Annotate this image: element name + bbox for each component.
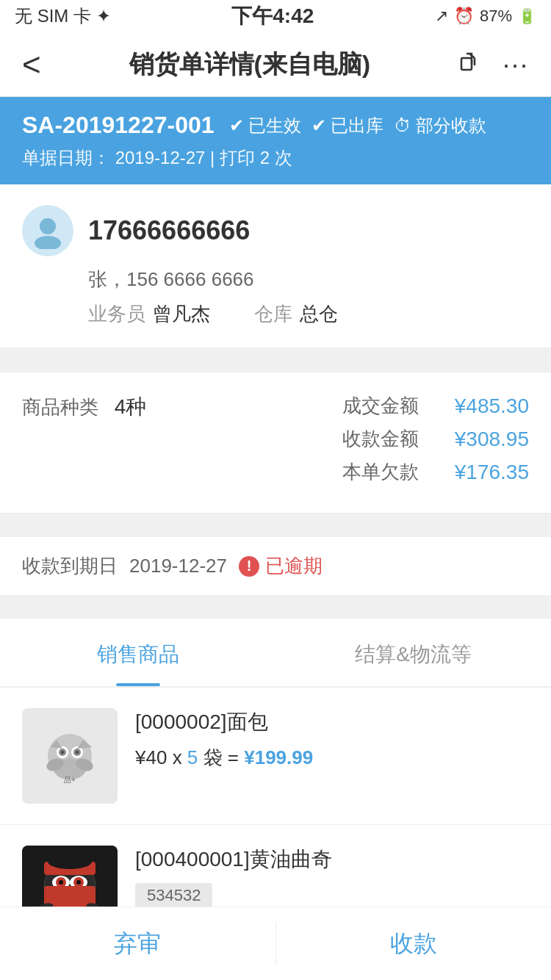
- svg-point-10: [76, 751, 79, 754]
- received-value: ¥308.95: [433, 428, 529, 451]
- svg-point-28: [48, 854, 92, 869]
- cancel-button[interactable]: 弃审: [0, 907, 276, 980]
- tab-settlement[interactable]: 结算&物流等: [276, 619, 551, 686]
- overdue-badge: ! 已逾期: [239, 553, 323, 579]
- order-number: SA-20191227-001: [22, 112, 215, 139]
- stats-section: 商品种类 4种 成交金额 ¥485.30 收款金额 ¥308.95 本单欠款 ¥…: [0, 372, 551, 514]
- status-partial: ⏱ 部分收款: [394, 114, 486, 137]
- customer-phone: 17666666666: [88, 215, 250, 246]
- due-date: 2019-12-27: [129, 555, 227, 577]
- divider1: [0, 348, 551, 360]
- nav-actions: ···: [458, 49, 529, 80]
- received-label: 收款金额: [342, 426, 419, 452]
- amount-value: ¥485.30: [433, 394, 529, 418]
- product-tag-2: 534532: [135, 883, 212, 908]
- tabs: 销售商品 结算&物流等: [0, 619, 551, 686]
- status-time: 下午4:42: [231, 2, 314, 30]
- status-shipped: ✔ 已出库: [311, 114, 383, 137]
- status-right: ↗ ⏰ 87% 🔋: [435, 7, 536, 26]
- svg-rect-0: [461, 58, 472, 70]
- divider2: [0, 514, 551, 525]
- battery-level: 87%: [480, 7, 512, 26]
- customer-section: 17666666666 张，156 6666 6666 业务员 曾凡杰 仓库 总…: [0, 184, 551, 348]
- svg-point-25: [76, 880, 81, 884]
- amount-item: 成交金额 ¥485.30: [342, 393, 529, 419]
- svg-point-24: [59, 880, 63, 884]
- owed-item: 本单欠款 ¥176.35: [342, 459, 529, 485]
- nav-bar: < 销货单详情(来自电脑) ···: [0, 32, 551, 97]
- product-item: 品+ [0000002]面包 ¥40 x 5 袋 = ¥199.99: [0, 688, 551, 825]
- page-title: 销货单详情(来自电脑): [129, 48, 371, 82]
- product-name-1: [0000002]面包: [135, 708, 529, 736]
- type-value: 4种: [115, 395, 147, 418]
- tab-sales-products[interactable]: 销售商品: [0, 619, 276, 686]
- due-section: 收款到期日 2019-12-27 ! 已逾期: [0, 537, 551, 595]
- customer-meta: 业务员 曾凡杰 仓库 总仓: [22, 301, 529, 327]
- back-button[interactable]: <: [22, 46, 41, 83]
- received-item: 收款金额 ¥308.95: [342, 426, 529, 452]
- sales-label: 业务员: [88, 301, 145, 327]
- stats-right: 成交金额 ¥485.30 收款金额 ¥308.95 本单欠款 ¥176.35: [342, 393, 529, 492]
- sim-status: 无 SIM 卡 ✦: [15, 4, 111, 28]
- status-effective: ✔ 已生效: [229, 114, 301, 137]
- check-icon2: ✔: [311, 115, 326, 136]
- more-icon[interactable]: ···: [503, 49, 529, 80]
- product-price-1: ¥40 x 5 袋 = ¥199.99: [135, 745, 529, 771]
- svg-point-9: [61, 751, 64, 754]
- owed-value: ¥176.35: [433, 461, 529, 484]
- svg-rect-26: [44, 886, 96, 907]
- product-name-2: [000400001]黄油曲奇: [135, 846, 529, 873]
- stats-left: 商品种类 4种: [22, 393, 146, 421]
- sales-name: 曾凡杰: [153, 301, 210, 327]
- warehouse: 仓库 总仓: [254, 301, 338, 327]
- amount-label: 成交金额: [342, 393, 419, 419]
- product-total-1: ¥199.99: [244, 746, 313, 768]
- customer-name-phone: 张，156 6666 6666: [22, 267, 529, 292]
- svg-point-3: [35, 236, 61, 249]
- stats-row: 商品种类 4种 成交金额 ¥485.30 收款金额 ¥308.95 本单欠款 ¥…: [22, 393, 529, 492]
- alarm-icon: ⏰: [454, 7, 474, 26]
- warehouse-label: 仓库: [254, 301, 292, 327]
- overdue-text: 已逾期: [265, 553, 323, 579]
- status-badges: ✔ 已生效 ✔ 已出库 ⏱ 部分收款: [229, 114, 486, 137]
- header-banner: SA-20191227-001 ✔ 已生效 ✔ 已出库 ⏱ 部分收款 单据日期：…: [0, 97, 551, 184]
- share-icon[interactable]: [458, 51, 480, 79]
- due-label: 收款到期日: [22, 553, 118, 579]
- product-info-1: [0000002]面包 ¥40 x 5 袋 = ¥199.99: [135, 708, 529, 771]
- bottom-bar: 弃审 收款: [0, 907, 551, 980]
- battery-icon: 🔋: [518, 7, 536, 25]
- header-date-info: 单据日期： 2019-12-27 | 打印 2 次: [22, 146, 529, 170]
- check-icon1: ✔: [229, 115, 244, 136]
- location-icon: ↗: [435, 7, 448, 26]
- product-image-1: 品+: [22, 708, 118, 804]
- svg-point-2: [40, 218, 56, 234]
- status-bar: 无 SIM 卡 ✦ 下午4:42 ↗ ⏰ 87% 🔋: [0, 0, 551, 32]
- clock-icon: ⏱: [394, 115, 411, 136]
- owed-label: 本单欠款: [342, 459, 419, 485]
- overdue-icon: !: [239, 556, 259, 577]
- product-qty-1: 5: [187, 746, 198, 768]
- divider3: [0, 595, 551, 607]
- tabs-section: 销售商品 结算&物流等: [0, 619, 551, 688]
- svg-text:品+: 品+: [64, 776, 76, 784]
- confirm-button[interactable]: 收款: [276, 907, 552, 980]
- status-left: 无 SIM 卡 ✦: [15, 4, 111, 28]
- header-row1: SA-20191227-001 ✔ 已生效 ✔ 已出库 ⏱ 部分收款: [22, 112, 529, 139]
- sales-person: 业务员 曾凡杰: [88, 301, 210, 327]
- warehouse-name: 总仓: [300, 301, 338, 327]
- avatar: [22, 205, 73, 256]
- customer-row: 17666666666: [22, 205, 529, 256]
